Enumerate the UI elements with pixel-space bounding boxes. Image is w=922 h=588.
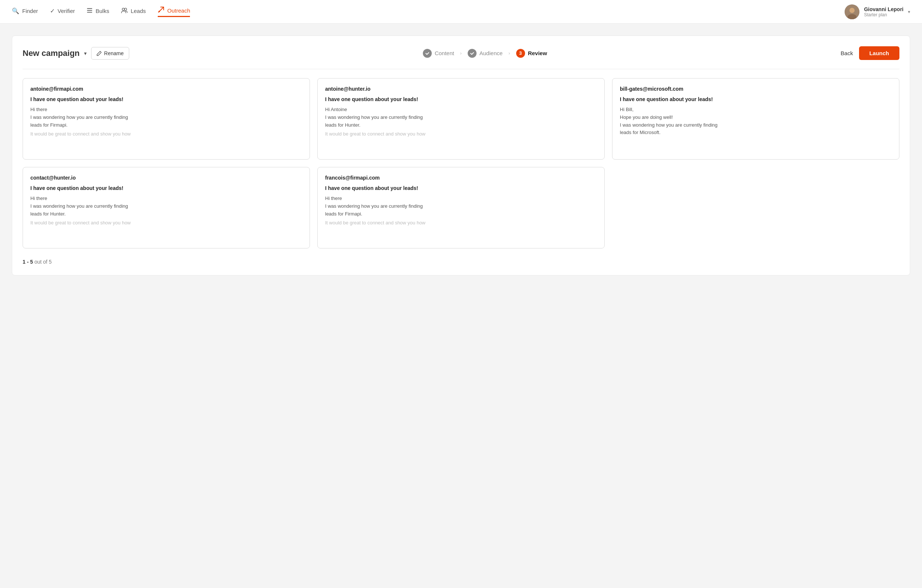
email-card-3[interactable]: contact@hunter.ioI have one question abo… <box>23 167 310 248</box>
email-grid: antoine@firmapi.comI have one question a… <box>23 78 899 248</box>
nav-item-outreach[interactable]: Outreach <box>158 6 190 17</box>
nav-item-finder[interactable]: 🔍 Finder <box>12 7 38 16</box>
email-address-1: antoine@hunter.io <box>325 86 597 92</box>
campaign-card: New campaign ▾ Rename Content › <box>12 36 910 276</box>
email-faded-3: It would be great to connect and show yo… <box>30 219 302 227</box>
nav-label-verifier: Verifier <box>58 8 75 14</box>
step-review[interactable]: 3 Review <box>516 49 547 58</box>
avatar <box>845 5 860 19</box>
divider <box>23 69 899 69</box>
pagination: 1 - 5 out of 5 <box>23 259 899 265</box>
nav-label-finder: Finder <box>22 8 38 14</box>
step-review-label: Review <box>528 50 547 56</box>
campaign-title-chevron[interactable]: ▾ <box>84 51 87 56</box>
email-address-4: francois@firmapi.com <box>325 175 597 181</box>
svg-point-7 <box>849 8 855 13</box>
svg-rect-0 <box>87 8 92 9</box>
email-address-3: contact@hunter.io <box>30 175 302 181</box>
email-line-0-2: leads for Firmapi. <box>30 121 302 129</box>
email-line-3-1: I was wondering how you are currently fi… <box>30 203 302 210</box>
steps-nav: Content › Audience › 3 Review <box>423 49 547 58</box>
main-content: New campaign ▾ Rename Content › <box>0 24 922 287</box>
email-line-1-2: leads for Hunter. <box>325 121 597 129</box>
back-button[interactable]: Back <box>840 50 853 56</box>
email-line-2-2: I was wondering how you are currently fi… <box>620 121 892 129</box>
step-arrow-2: › <box>508 51 510 56</box>
email-line-1-0: Hi Antoine <box>325 106 597 114</box>
svg-point-5 <box>159 11 160 12</box>
step-audience[interactable]: Audience <box>468 49 503 58</box>
email-subject-3: I have one question about your leads! <box>30 185 302 191</box>
email-line-4-0: Hi there <box>325 195 597 203</box>
email-subject-2: I have one question about your leads! <box>620 96 892 102</box>
email-card-0[interactable]: antoine@firmapi.comI have one question a… <box>23 78 310 160</box>
launch-button[interactable]: Launch <box>859 46 899 60</box>
email-faded-0: It would be great to connect and show yo… <box>30 130 302 138</box>
email-line-3-0: Hi there <box>30 195 302 203</box>
step-arrow-1: › <box>460 51 461 56</box>
email-faded-4: It would be great to connect and show yo… <box>325 219 597 227</box>
nav-item-verifier[interactable]: ✓ Verifier <box>50 7 75 16</box>
email-card-2[interactable]: bill-gates@microsoft.comI have one quest… <box>612 78 899 160</box>
campaign-header: New campaign ▾ Rename Content › <box>23 46 899 60</box>
step-content[interactable]: Content <box>423 49 454 58</box>
step-content-circle <box>423 49 432 58</box>
svg-point-4 <box>124 8 127 10</box>
email-line-1-1: I was wondering how you are currently fi… <box>325 114 597 121</box>
email-faded-1: It would be great to connect and show yo… <box>325 130 597 138</box>
email-line-2-1: Hope you are doing well! <box>620 114 892 121</box>
email-line-4-1: I was wondering how you are currently fi… <box>325 203 597 210</box>
pagination-label: out of <box>34 259 49 265</box>
svg-point-3 <box>122 8 124 10</box>
campaign-title: New campaign <box>23 49 80 58</box>
nav-right: Giovanni Lepori Starter plan ▾ <box>845 5 910 19</box>
rename-icon <box>96 51 102 56</box>
email-line-0-1: I was wondering how you are currently fi… <box>30 114 302 121</box>
user-plan: Starter plan <box>864 12 904 17</box>
svg-rect-2 <box>87 12 92 13</box>
pagination-range: 1 - 5 <box>23 259 33 265</box>
nav-label-bulks: Bulks <box>96 8 109 14</box>
nav-label-outreach: Outreach <box>167 7 190 14</box>
user-name: Giovanni Lepori <box>864 6 904 12</box>
email-card-1[interactable]: antoine@hunter.ioI have one question abo… <box>317 78 605 160</box>
rename-label: Rename <box>104 51 124 56</box>
step-audience-label: Audience <box>479 50 503 56</box>
email-subject-1: I have one question about your leads! <box>325 96 597 102</box>
nav-item-leads[interactable]: Leads <box>121 7 146 16</box>
email-line-4-2: leads for Firmapi. <box>325 210 597 218</box>
verifier-icon: ✓ <box>50 7 55 15</box>
bulks-icon <box>87 7 93 15</box>
pagination-total: 5 <box>49 259 52 265</box>
email-card-empty <box>612 167 899 248</box>
step-review-circle: 3 <box>516 49 525 58</box>
navbar: 🔍 Finder ✓ Verifier Bulks Leads Outreach <box>0 0 922 24</box>
step-audience-circle <box>468 49 477 58</box>
email-card-4[interactable]: francois@firmapi.comI have one question … <box>317 167 605 248</box>
user-info: Giovanni Lepori Starter plan <box>864 6 904 17</box>
outreach-icon <box>158 6 164 15</box>
user-menu-chevron[interactable]: ▾ <box>908 9 910 15</box>
rename-button[interactable]: Rename <box>91 47 129 60</box>
email-address-2: bill-gates@microsoft.com <box>620 86 892 92</box>
nav-label-leads: Leads <box>131 8 146 14</box>
email-line-2-0: Hi Bill, <box>620 106 892 114</box>
svg-rect-1 <box>87 10 92 11</box>
leads-icon <box>121 7 128 15</box>
campaign-title-group: New campaign ▾ Rename <box>23 47 129 60</box>
step-content-label: Content <box>435 50 454 56</box>
header-actions: Back Launch <box>840 46 899 60</box>
email-line-0-0: Hi there <box>30 106 302 114</box>
finder-icon: 🔍 <box>12 7 19 15</box>
email-address-0: antoine@firmapi.com <box>30 86 302 92</box>
email-line-3-2: leads for Hunter. <box>30 210 302 218</box>
email-subject-0: I have one question about your leads! <box>30 96 302 102</box>
nav-left: 🔍 Finder ✓ Verifier Bulks Leads Outreach <box>12 6 190 17</box>
email-line-2-3: leads for Microsoft. <box>620 129 892 137</box>
nav-item-bulks[interactable]: Bulks <box>87 7 109 16</box>
email-subject-4: I have one question about your leads! <box>325 185 597 191</box>
